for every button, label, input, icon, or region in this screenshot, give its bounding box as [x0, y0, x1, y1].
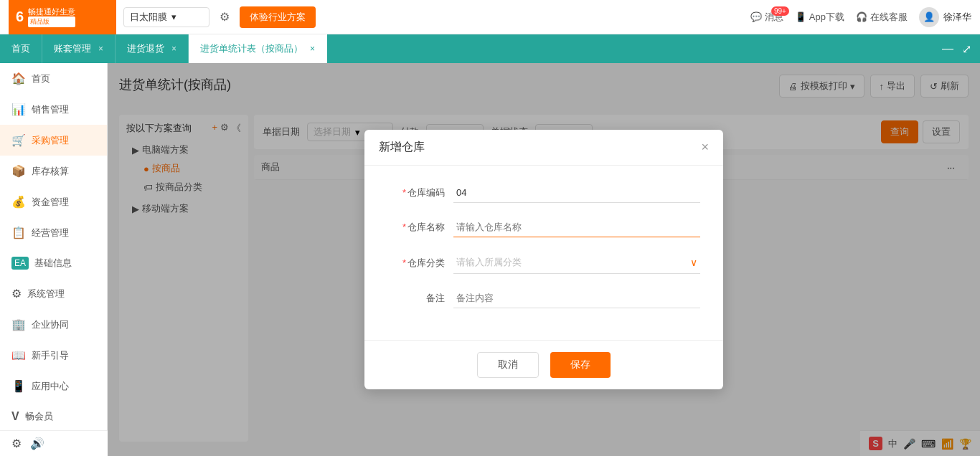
- sidebar-bottom-settings-icon[interactable]: ⚙: [11, 437, 22, 450]
- settings-gear-icon[interactable]: ⚙: [217, 7, 232, 27]
- tab-purchase-return[interactable]: 进货退货 ×: [116, 34, 189, 63]
- content-area: 进货单统计(按商品) 🖨 按模板打印 ▾ ↑ 导出 ↺ 刷新: [108, 63, 980, 456]
- tab-purchase-return-close-icon[interactable]: ×: [171, 44, 176, 54]
- modal-overlay: 新增仓库 × 仓库编码 仓库名称 仓库: [108, 63, 980, 456]
- category-label: 仓库分类: [387, 257, 445, 270]
- modal-body: 仓库编码 仓库名称 仓库分类 请输入所属分类 ∨: [364, 166, 723, 340]
- sidebar-item-basic-info[interactable]: EA 基础信息: [0, 248, 107, 278]
- remark-label: 备注: [387, 292, 445, 305]
- logo-area: 6 畅捷通好生意 精品版: [9, 0, 116, 34]
- sidebar-bottom-volume-icon[interactable]: 🔊: [30, 437, 44, 450]
- app-center-icon: 📱: [11, 379, 26, 393]
- vip-icon: V: [11, 410, 19, 423]
- logo-badge: 精品版: [28, 16, 75, 27]
- tab-expand-icon[interactable]: ⤢: [959, 39, 974, 59]
- sidebar-label-finance: 资金管理: [32, 196, 69, 209]
- name-input[interactable]: [453, 217, 700, 237]
- sidebar-item-home[interactable]: 🏠 首页: [0, 63, 107, 94]
- sidebar-label-home: 首页: [32, 72, 50, 85]
- sidebar-label-sales: 销售管理: [32, 103, 69, 116]
- cancel-button[interactable]: 取消: [477, 352, 539, 378]
- sidebar-label-guide: 新手引导: [32, 349, 69, 362]
- sidebar-item-vip[interactable]: V 畅会员: [0, 402, 107, 432]
- inventory-icon: 📦: [11, 164, 26, 178]
- header-right: 💬 消息 99+ 📱 App下载 🎧 在线客服 👤 徐泽华: [750, 7, 971, 27]
- operations-icon: 📋: [11, 226, 26, 239]
- tab-accounts-label: 账套管理: [54, 42, 91, 55]
- modal-title: 新增仓库: [379, 140, 425, 155]
- guide-icon: 📖: [11, 348, 26, 362]
- sidebar-item-sales[interactable]: 📊 销售管理: [0, 94, 107, 125]
- user-area[interactable]: 👤 徐泽华: [919, 7, 971, 27]
- system-icon: ⚙: [11, 287, 22, 300]
- message-icon: 💬: [750, 11, 762, 22]
- store-selector[interactable]: 日太阳膜 ▾: [123, 7, 209, 27]
- trial-button[interactable]: 体验行业方案: [240, 6, 316, 28]
- tab-actions: — ⤢: [933, 39, 980, 59]
- category-placeholder: 请输入所属分类: [456, 256, 522, 269]
- app-download-icon: 📱: [795, 11, 806, 22]
- notification-badge: 99+: [771, 6, 789, 16]
- category-select[interactable]: 请输入所属分类 ∨: [453, 252, 700, 274]
- form-row-remark: 备注: [387, 288, 700, 308]
- sidebar-item-guide[interactable]: 📖 新手引导: [0, 340, 107, 371]
- sidebar-label-enterprise: 企业协同: [32, 318, 69, 331]
- sidebar-item-finance[interactable]: 💰 资金管理: [0, 186, 107, 217]
- top-header: 6 畅捷通好生意 精品版 日太阳膜 ▾ ⚙ 体验行业方案 💬 消息 99+ 📱 …: [0, 0, 980, 34]
- tab-accounts-close-icon[interactable]: ×: [98, 44, 103, 54]
- online-service-action[interactable]: 🎧 在线客服: [856, 11, 908, 24]
- remark-input[interactable]: [453, 288, 700, 308]
- form-row-code: 仓库编码: [387, 183, 700, 203]
- avatar: 👤: [919, 7, 939, 27]
- tab-home-label: 首页: [11, 42, 30, 55]
- main-layout: 🏠 首页 📊 销售管理 🛒 采购管理 📦 库存核算 💰 资金管理 📋 经营管理 …: [0, 63, 980, 456]
- store-chevron-icon: ▾: [171, 11, 176, 22]
- modal-footer: 取消 保存: [364, 340, 723, 389]
- logo-text-line1: 畅捷通好生意: [28, 6, 75, 16]
- code-label: 仓库编码: [387, 186, 445, 199]
- save-button[interactable]: 保存: [550, 352, 611, 378]
- name-label: 仓库名称: [387, 221, 445, 234]
- tab-purchase-stats-label: 进货单统计表（按商品）: [200, 42, 303, 55]
- sidebar-item-system[interactable]: ⚙ 系统管理: [0, 278, 107, 309]
- code-input[interactable]: [453, 183, 700, 203]
- app-download-action[interactable]: 📱 App下载: [795, 11, 844, 24]
- logo-icon: 6: [16, 9, 24, 25]
- modal-header: 新增仓库 ×: [364, 130, 723, 166]
- sidebar-item-enterprise[interactable]: 🏢 企业协同: [0, 309, 107, 340]
- tab-bar: 首页 账套管理 × 进货退货 × 进货单统计表（按商品） × — ⤢: [0, 34, 980, 63]
- messages-action[interactable]: 💬 消息 99+: [750, 11, 783, 24]
- modal-new-warehouse: 新增仓库 × 仓库编码 仓库名称 仓库: [364, 130, 723, 389]
- tab-purchase-return-label: 进货退货: [127, 42, 164, 55]
- form-row-name: 仓库名称: [387, 217, 700, 237]
- sidebar-label-system: 系统管理: [27, 288, 65, 300]
- user-name: 徐泽华: [943, 11, 971, 24]
- sales-icon: 📊: [11, 103, 26, 116]
- basic-info-icon: EA: [11, 257, 29, 270]
- sidebar-item-inventory[interactable]: 📦 库存核算: [0, 156, 107, 186]
- tab-accounts[interactable]: 账套管理 ×: [42, 34, 116, 63]
- sidebar-label-app-center: 应用中心: [32, 380, 69, 393]
- app-download-label: App下载: [809, 11, 844, 24]
- modal-close-icon[interactable]: ×: [701, 140, 709, 155]
- tab-minimize-icon[interactable]: —: [939, 39, 956, 58]
- home-icon: 🏠: [11, 72, 26, 85]
- sidebar-label-basic-info: 基础信息: [34, 257, 72, 270]
- sidebar-item-operations[interactable]: 📋 经营管理: [0, 217, 107, 248]
- category-chevron-icon: ∨: [690, 257, 697, 268]
- headset-icon: 🎧: [856, 11, 867, 22]
- sidebar-label-inventory: 库存核算: [32, 165, 69, 178]
- sidebar-label-purchase: 采购管理: [32, 134, 69, 147]
- finance-icon: 💰: [11, 195, 26, 209]
- sidebar: 🏠 首页 📊 销售管理 🛒 采购管理 📦 库存核算 💰 资金管理 📋 经营管理 …: [0, 63, 108, 456]
- purchase-icon: 🛒: [11, 133, 26, 147]
- enterprise-icon: 🏢: [11, 318, 26, 331]
- sidebar-label-vip: 畅会员: [25, 410, 53, 423]
- sidebar-item-purchase[interactable]: 🛒 采购管理: [0, 125, 107, 156]
- tab-purchase-stats[interactable]: 进货单统计表（按商品） ×: [189, 34, 327, 63]
- sidebar-item-app-center[interactable]: 📱 应用中心: [0, 371, 107, 402]
- tab-home[interactable]: 首页: [0, 34, 42, 63]
- tab-purchase-stats-close-icon[interactable]: ×: [310, 44, 315, 54]
- form-row-category: 仓库分类 请输入所属分类 ∨: [387, 252, 700, 274]
- store-name: 日太阳膜: [130, 11, 167, 24]
